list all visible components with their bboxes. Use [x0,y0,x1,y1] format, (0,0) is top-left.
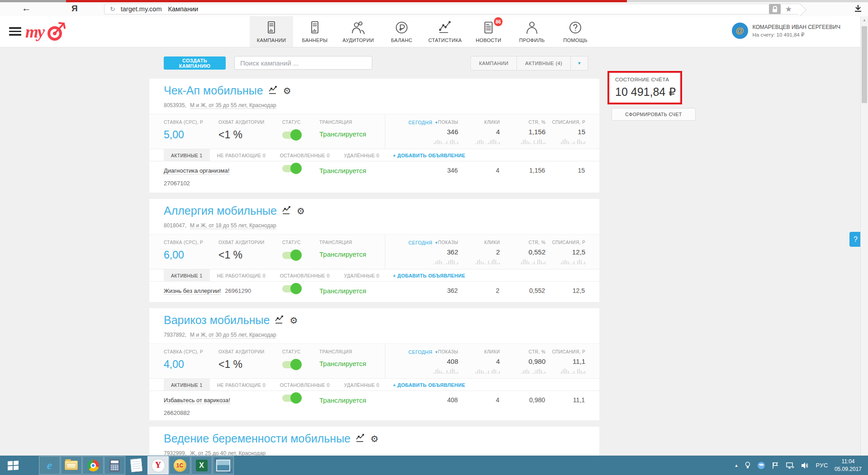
tab-active-ads[interactable]: АКТИВНЫЕ 1 [164,379,210,390]
ctr-value: 0,980 [500,357,545,365]
campaign-settings-icon[interactable]: ⚙ [297,207,305,216]
statistics-icon [438,20,452,35]
campaign-settings-icon[interactable]: ⚙ [283,86,291,95]
nav-campaigns[interactable]: КАМПАНИИ [250,16,293,47]
reach-value: <1 % [218,129,282,141]
nav-news[interactable]: 86 НОВОСТИ [467,16,510,47]
campaign-targeting-link[interactable]: М и Ж, от 18 до 55 лет, Краснодар [190,222,276,229]
campaign-status-toggle[interactable] [282,132,300,139]
tab-notworking-ads[interactable]: НЕ РАБОТАЮЩИЕ 0 [210,379,273,390]
clock[interactable]: 11:04 05.09.2017 [835,458,862,472]
taskbar: e Y 1С X ▲ РУС 11:04 05.09.2017 [0,456,868,475]
back-button[interactable]: ← [22,3,31,14]
taskbar-screenshot-tool[interactable] [213,456,234,475]
tab-deleted-ads[interactable]: УДАЛЁННЫЕ 0 [337,269,387,281]
taskbar-notepad[interactable] [126,456,147,475]
lock-icon[interactable] [769,4,781,14]
campaign-stats-icon[interactable] [275,315,285,325]
campaign-stats-icon[interactable] [282,206,292,216]
help-floating-button[interactable]: ? [849,232,862,247]
add-ad-link[interactable]: + ДОБАВИТЬ ОБЪЯВЛЕНИЕ [393,269,465,281]
app-header: my КАМПАНИИ БАННЕРЫ АУДИТОРИИ [0,16,860,47]
ad-name-link[interactable]: Избавьтесь от варикоза! [164,397,230,404]
start-button[interactable] [0,456,26,475]
campaign-title-link[interactable]: Чек-Ап мобильные [164,84,263,97]
taskbar-chrome[interactable] [82,456,104,475]
tab-stopped-ads[interactable]: ОСТАНОВЛЕННЫЕ 0 [273,149,337,161]
taskbar-yandex-browser[interactable]: Y [147,456,169,475]
taskbar-file-explorer[interactable] [61,456,82,475]
tab-deleted-ads[interactable]: УДАЛЁННЫЕ 0 [337,149,387,161]
language-indicator[interactable]: РУС [816,462,828,469]
ad-shows-value: 362 [422,287,458,294]
filter-status[interactable]: АКТИВНЫЕ (4) [517,56,571,70]
campaign-status-toggle[interactable] [282,252,300,259]
balance-icon [394,20,409,35]
taskbar-1c[interactable]: 1С [169,456,190,475]
nav-audiences[interactable]: АУДИТОРИИ [337,16,380,47]
scrollbar-thumb[interactable] [862,26,867,103]
mytarget-logo[interactable]: my [25,20,67,43]
tab-stopped-ads[interactable]: ОСТАНОВЛЕННЫЕ 0 [273,269,337,281]
menu-hamburger-icon[interactable] [9,27,21,38]
taskbar-excel[interactable]: X [191,456,212,475]
download-icon[interactable] [854,4,863,13]
tab-notworking-ads[interactable]: НЕ РАБОТАЮЩИЕ 0 [210,269,273,281]
filter-dropdown-icon[interactable]: ▼ [571,56,588,70]
tab-deleted-ads[interactable]: УДАЛЁННЫЕ 0 [337,379,387,390]
add-ad-link[interactable]: + ДОБАВИТЬ ОБЪЯВЛЕНИЕ [393,149,465,161]
campaign-targeting-link[interactable]: Ж, от 25 до 40 лет, Краснодар [190,450,266,456]
clicks-value: 4 [458,357,500,365]
bookmark-star-icon[interactable]: ★ [785,5,792,14]
taskbar-calculator[interactable] [104,456,125,475]
mail-globe-icon[interactable] [757,461,765,470]
campaign-title-link[interactable]: Ведение беременности мобильные [164,432,351,445]
user-menu[interactable]: @ КОМАРЕВЦЕВ ИВАН СЕРГЕЕВИЧ На счету: 10… [732,23,840,39]
campaign-settings-icon[interactable]: ⚙ [370,434,379,443]
tab-stopped-ads[interactable]: ОСТАНОВЛЕННЫЕ 0 [273,379,337,390]
add-ad-link[interactable]: + ДОБАВИТЬ ОБЪЯВЛЕНИЕ [393,379,465,390]
ad-name-link[interactable]: Жизнь без аллергии! [164,287,221,295]
ad-status-toggle[interactable] [282,165,300,172]
address-bar[interactable]: ↻ target.my.com Кампании ★ [104,4,801,14]
campaign-settings-icon[interactable]: ⚙ [289,316,298,325]
nav-banners[interactable]: БАННЕРЫ [293,16,337,47]
campaign-title-link[interactable]: Аллергия мобильные [164,204,277,217]
ad-status-toggle[interactable] [282,395,300,402]
nav-statistics[interactable]: СТАТИСТИКА [423,16,467,47]
tab-active-ads[interactable]: АКТИВНЫЕ 1 [164,149,210,161]
nav-help[interactable]: ПОМОЩЬ [554,16,597,47]
campaign-stats-icon[interactable] [268,86,278,96]
avatar[interactable]: @ [732,23,748,39]
volume-icon[interactable] [801,461,809,470]
action-center-flag-icon[interactable] [772,461,779,470]
refresh-icon[interactable]: ↻ [110,5,115,13]
campaign-title-link[interactable]: Варикоз мобильные [164,314,270,327]
filter-type[interactable]: КАМПАНИИ [471,56,517,70]
campaign-targeting-link[interactable]: М и Ж, от 35 до 55 лет, Краснодар [190,102,276,109]
ad-status-toggle[interactable] [282,285,300,292]
page-scrollbar[interactable]: ▲ [860,16,868,456]
ad-shows-value: 408 [422,396,458,404]
target-icon [44,20,67,43]
campaign-status-toggle[interactable] [282,361,300,368]
rate-value: 6,00 [164,249,218,261]
tray-expand-icon[interactable]: ▲ [734,463,738,468]
ad-name-link[interactable]: Диагностика организма! [164,167,229,174]
tab-active-ads[interactable]: АКТИВНЫЕ 1 [164,269,210,281]
nav-balance[interactable]: БАЛАНС [380,16,423,47]
generate-invoice-button[interactable]: СФОРМИРОВАТЬ СЧЕТ [612,108,696,121]
notification-bulb-icon[interactable] [745,461,751,470]
yandex-browser-logo[interactable]: Я [71,4,78,14]
search-input[interactable] [234,56,372,70]
tab-notworking-ads[interactable]: НЕ РАБОТАЮЩИЕ 0 [210,149,273,161]
network-icon[interactable] [785,461,794,470]
nav-profile[interactable]: ПРОФИЛЬ [510,16,554,47]
taskbar-internet-explorer[interactable]: e [39,456,60,475]
campaign-stats-icon[interactable] [356,434,365,444]
account-status-box: СОСТОЯНИЕ СЧЁТА 10 491,84 ₽ [607,71,682,104]
scrollbar-up-icon[interactable]: ▲ [861,18,868,22]
create-campaign-button[interactable]: СОЗДАТЬ КАМПАНИЮ [164,56,226,70]
broadcast-status: Транслируется [319,250,385,258]
campaign-targeting-link[interactable]: М и Ж, от 30 до 55 лет, Краснодар [190,332,276,339]
